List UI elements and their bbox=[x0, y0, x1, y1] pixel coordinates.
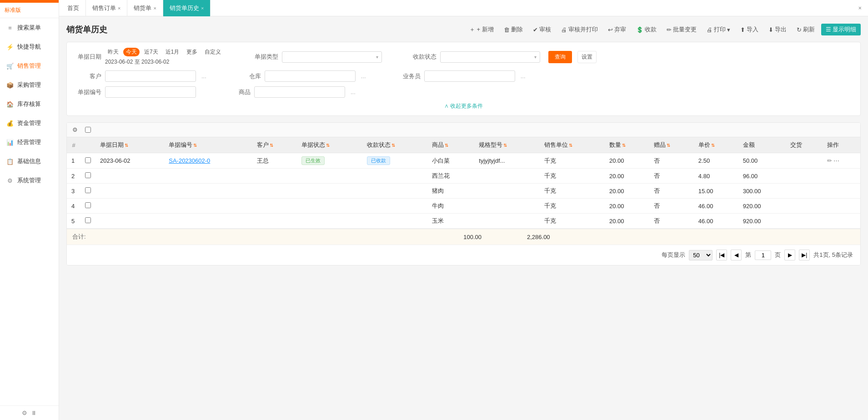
col-goods[interactable]: 商品⇅ bbox=[427, 137, 474, 153]
date-tag-7days[interactable]: 近7天 bbox=[141, 48, 161, 56]
goods-dots[interactable]: ... bbox=[351, 89, 356, 95]
cell-doc-status bbox=[297, 184, 362, 199]
more-icon[interactable]: ⋯ bbox=[833, 157, 839, 164]
col-num: # bbox=[67, 137, 80, 153]
cell-actions[interactable] bbox=[823, 169, 860, 184]
table-settings-icon[interactable]: ⚙ bbox=[72, 126, 78, 133]
sidebar-item-purchase[interactable]: 📦 采购管理 bbox=[0, 75, 59, 95]
sidebar-settings-icon[interactable]: ⚙ bbox=[22, 410, 27, 416]
col-transaction: 交货 bbox=[786, 137, 822, 153]
goods-input[interactable] bbox=[254, 86, 345, 98]
print-button[interactable]: 🖨 打印 ▾ bbox=[703, 24, 734, 35]
cell-checkbox[interactable] bbox=[80, 153, 95, 169]
page-label: 第 bbox=[745, 251, 751, 259]
col-pay-status[interactable]: 收款状态⇅ bbox=[362, 137, 427, 153]
sidebar-item-system[interactable]: ⚙ 系统管理 bbox=[0, 171, 59, 190]
abandon-button[interactable]: ↩ 弃审 bbox=[604, 24, 630, 35]
export-button[interactable]: ⬇ 导出 bbox=[765, 24, 790, 35]
page-prev-button[interactable]: ◀ bbox=[731, 250, 742, 260]
tabs-close-all[interactable]: × bbox=[853, 5, 866, 11]
cell-actions[interactable] bbox=[823, 214, 860, 229]
cell-doc-no[interactable]: SA-20230602-0 bbox=[164, 153, 252, 169]
refresh-button[interactable]: ↻ 刷新 bbox=[793, 24, 818, 35]
payment-status-select[interactable] bbox=[440, 51, 540, 63]
tab-sales-history-close[interactable]: × bbox=[201, 5, 204, 11]
col-customer[interactable]: 客户⇅ bbox=[252, 137, 297, 153]
status-badge: 已收款 bbox=[367, 156, 390, 165]
row-checkbox[interactable] bbox=[85, 187, 91, 193]
doc-type-select[interactable] bbox=[282, 51, 382, 63]
sidebar-item-inventory[interactable]: 🏠 库存核算 bbox=[0, 95, 59, 114]
cell-spec bbox=[474, 214, 539, 229]
col-gift[interactable]: 赠品⇅ bbox=[649, 137, 694, 153]
date-tag-more[interactable]: 更多 bbox=[184, 48, 200, 56]
cell-checkbox[interactable] bbox=[80, 169, 95, 184]
row-checkbox[interactable] bbox=[85, 217, 91, 223]
sidebar-pause-icon[interactable]: ⏸ bbox=[31, 410, 37, 416]
tab-home[interactable]: 首页 bbox=[61, 0, 86, 16]
salesman-dots[interactable]: ... bbox=[521, 73, 526, 80]
sidebar-item-quick[interactable]: ⚡ 快捷导航 bbox=[0, 37, 59, 56]
review-button[interactable]: ✔ 审核 bbox=[529, 24, 555, 35]
delete-button[interactable]: 🗑 删除 bbox=[500, 24, 527, 35]
col-doc-status[interactable]: 单据状态⇅ bbox=[297, 137, 362, 153]
customer-dots[interactable]: ... bbox=[201, 73, 206, 80]
tab-sales-delivery-close[interactable]: × bbox=[153, 5, 156, 11]
sidebar-item-finance[interactable]: 💰 资金管理 bbox=[0, 114, 59, 133]
sidebar-item-sales[interactable]: 🛒 销售管理 bbox=[0, 56, 59, 75]
col-price[interactable]: 单价⇅ bbox=[694, 137, 738, 153]
sidebar-item-basic[interactable]: 📋 基础信息 bbox=[0, 152, 59, 171]
date-tag-custom[interactable]: 自定义 bbox=[202, 48, 224, 56]
cell-price: 46.00 bbox=[694, 199, 738, 214]
salesman-input[interactable] bbox=[424, 70, 515, 82]
review-print-button[interactable]: 🖨 审核并打印 bbox=[557, 24, 602, 35]
batch-change-button[interactable]: ✏ 批量变更 bbox=[663, 24, 700, 35]
display-detail-button[interactable]: ☰ 显示明细 bbox=[821, 24, 861, 35]
settings-button[interactable]: 设置 bbox=[577, 51, 597, 63]
row-checkbox[interactable] bbox=[85, 157, 91, 163]
page-number-input[interactable] bbox=[755, 250, 771, 260]
cell-checkbox[interactable] bbox=[80, 214, 95, 229]
cell-checkbox[interactable] bbox=[80, 184, 95, 199]
cell-actions[interactable]: ✏ ⋯ bbox=[823, 153, 860, 169]
doc-no-input[interactable] bbox=[105, 86, 196, 98]
col-unit[interactable]: 销售单位⇅ bbox=[540, 137, 605, 153]
select-all-checkbox[interactable] bbox=[85, 127, 91, 133]
col-spec[interactable]: 规格型号⇅ bbox=[474, 137, 539, 153]
doc-no-link[interactable]: SA-20230602-0 bbox=[169, 157, 210, 164]
page-last-button[interactable]: ▶| bbox=[799, 250, 810, 260]
sidebar-item-operations[interactable]: 📊 经营管理 bbox=[0, 133, 59, 152]
page-next-button[interactable]: ▶ bbox=[784, 250, 795, 260]
date-tag-today[interactable]: 今天 bbox=[123, 48, 140, 56]
cell-actions[interactable] bbox=[823, 199, 860, 214]
tab-sales-history[interactable]: 销货单历史 × bbox=[163, 0, 211, 16]
customer-input[interactable] bbox=[105, 70, 196, 82]
new-icon: ＋ bbox=[469, 25, 475, 34]
warehouse-dots[interactable]: ... bbox=[361, 73, 366, 80]
per-page-select[interactable]: 50 100 200 bbox=[689, 250, 712, 260]
search-menu-icon: ≡ bbox=[6, 24, 14, 31]
collect-button[interactable]: 💲 收款 bbox=[632, 24, 660, 35]
date-tag-yesterday[interactable]: 昨天 bbox=[105, 48, 121, 56]
col-qty[interactable]: 数量⇅ bbox=[605, 137, 649, 153]
sidebar-item-search[interactable]: ≡ 搜索菜单 bbox=[0, 18, 59, 37]
row-checkbox[interactable] bbox=[85, 172, 91, 178]
row-checkbox[interactable] bbox=[85, 202, 91, 208]
date-tag-1month[interactable]: 近1月 bbox=[163, 48, 182, 56]
tab-sales-order-close[interactable]: × bbox=[118, 5, 120, 11]
query-button[interactable]: 查询 bbox=[548, 51, 572, 63]
cell-checkbox[interactable] bbox=[80, 199, 95, 214]
warehouse-input[interactable] bbox=[265, 70, 356, 82]
tab-sales-order[interactable]: 销售订单 × bbox=[86, 0, 127, 16]
col-date[interactable]: 单据日期⇅ bbox=[95, 137, 164, 153]
tab-sales-delivery[interactable]: 销货单 × bbox=[127, 0, 163, 16]
cell-actions[interactable] bbox=[823, 184, 860, 199]
new-button[interactable]: ＋ + 新增 bbox=[466, 24, 497, 35]
col-doc-no[interactable]: 单据编号⇅ bbox=[164, 137, 252, 153]
total-info: 共1页, 5条记录 bbox=[813, 251, 853, 259]
edit-icon[interactable]: ✏ bbox=[827, 157, 832, 164]
review-print-icon: 🖨 bbox=[561, 26, 567, 33]
page-first-button[interactable]: |◀ bbox=[716, 250, 727, 260]
import-button[interactable]: ⬆ 导入 bbox=[737, 24, 762, 35]
collapse-button[interactable]: ∧ 收起更多条件 bbox=[74, 102, 853, 110]
